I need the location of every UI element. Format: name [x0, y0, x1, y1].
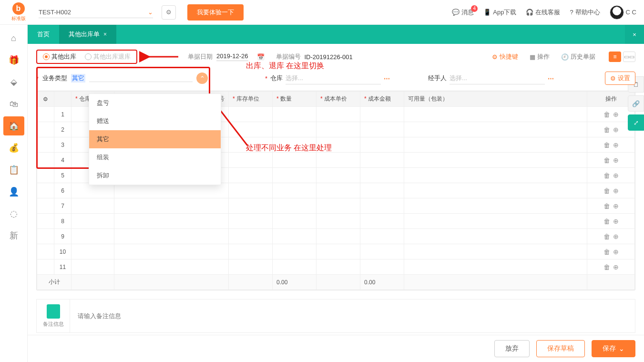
shortcut-label: 快捷键: [500, 52, 518, 61]
nav-clipboard-icon[interactable]: 📋: [3, 160, 24, 179]
table-row[interactable]: 6🗑⊕: [37, 183, 635, 198]
shortcut-link[interactable]: ⚙ 快捷键: [492, 52, 518, 61]
table-row[interactable]: 9🗑⊕: [37, 229, 635, 244]
delete-icon[interactable]: 🗑: [603, 111, 610, 118]
add-row-icon[interactable]: ⊕: [613, 126, 619, 134]
app-download-link[interactable]: 📱 App下载: [483, 8, 516, 17]
more-icon[interactable]: ⋯: [548, 75, 554, 82]
row-index: 4: [54, 153, 72, 168]
footer-bar: 放弃 保存草稿 保存 ⌄: [28, 335, 644, 362]
nav-warehouse-icon[interactable]: 🏠: [3, 116, 24, 135]
warehouse-input[interactable]: 选择...: [286, 72, 381, 84]
logo-icon: b 标准版: [8, 2, 29, 22]
warehouse-field[interactable]: * 仓库 选择... ⋯: [265, 72, 390, 84]
save-draft-button[interactable]: 保存草稿: [536, 340, 585, 357]
radio-checked-icon: [43, 53, 50, 60]
add-row-icon[interactable]: ⊕: [613, 217, 619, 225]
add-row-icon[interactable]: ⊕: [613, 248, 619, 256]
rail-expand-icon[interactable]: ⤢: [628, 114, 644, 131]
row-index: 1: [54, 107, 72, 122]
delete-icon[interactable]: 🗑: [603, 126, 610, 134]
gear-icon: ⚙: [43, 96, 48, 103]
nav-home-icon[interactable]: ⌂: [3, 29, 24, 48]
delete-icon[interactable]: 🗑: [603, 217, 610, 225]
add-row-icon[interactable]: ⊕: [613, 111, 619, 118]
delete-icon[interactable]: 🗑: [603, 263, 610, 271]
dropdown-item[interactable]: 赠送: [89, 112, 221, 130]
tab-other-outbound[interactable]: 其他出库单 ×: [59, 25, 116, 44]
view-card-button[interactable]: ▭▭: [623, 52, 635, 62]
nav-bag-icon[interactable]: 🛍: [3, 94, 24, 114]
save-button[interactable]: 保存 ⌄: [592, 340, 635, 357]
history-link[interactable]: 🕘 历史单据: [561, 52, 595, 61]
chevron-up-icon[interactable]: ⌃: [196, 72, 208, 84]
message-icon: 💬: [452, 9, 460, 16]
radio-outbound[interactable]: 其他出库: [43, 52, 76, 61]
biz-type-field[interactable]: * 业务类型 其它 ⌃ 盘亏赠送其它组装拆卸: [36, 72, 208, 84]
dropdown-item[interactable]: 盘亏: [89, 94, 221, 112]
branch-value: TEST-H002: [39, 9, 71, 16]
nav-contact-icon[interactable]: 👤: [3, 182, 24, 201]
add-row-icon[interactable]: ⊕: [613, 156, 619, 164]
dropdown-item[interactable]: 拆卸: [89, 166, 221, 185]
doc-date-value[interactable]: 2019-12-26: [216, 52, 248, 61]
help-link[interactable]: ? 帮助中心: [570, 8, 600, 17]
nav-tag-icon[interactable]: ⬙: [3, 72, 24, 92]
add-row-icon[interactable]: ⊕: [613, 202, 619, 210]
add-row-icon[interactable]: ⊕: [613, 172, 619, 179]
settings-button[interactable]: ⚙ 设置: [605, 72, 635, 85]
try-button[interactable]: 我要体验一下: [187, 4, 244, 21]
table-row[interactable]: 11🗑⊕: [37, 259, 635, 275]
close-icon[interactable]: ×: [103, 31, 107, 38]
add-row-icon[interactable]: ⊕: [613, 263, 619, 271]
add-row-icon[interactable]: ⊕: [613, 141, 619, 149]
tab-home[interactable]: 首页: [28, 25, 59, 44]
dropdown-item[interactable]: 其它: [89, 130, 221, 148]
dropdown-item[interactable]: 组装: [89, 148, 221, 166]
remarks-input[interactable]: [70, 300, 635, 332]
customer-service-label: 在线客服: [535, 8, 560, 17]
view-list-button[interactable]: ≡: [609, 52, 621, 62]
branch-select[interactable]: TEST-H002 ⌄: [39, 7, 153, 18]
delete-icon[interactable]: 🗑: [603, 248, 610, 256]
chevron-down-icon: ⌄: [619, 345, 624, 352]
handler-input[interactable]: 选择...: [450, 72, 545, 84]
handler-field[interactable]: 经手人 选择... ⋯: [428, 72, 554, 84]
delete-icon[interactable]: 🗑: [603, 156, 610, 164]
delete-icon[interactable]: 🗑: [603, 233, 610, 240]
delete-icon[interactable]: 🗑: [603, 187, 610, 195]
nav-new-icon[interactable]: 新: [3, 226, 24, 245]
radio-return[interactable]: 其他出库退库: [85, 52, 131, 61]
table-row[interactable]: 7🗑⊕: [37, 198, 635, 214]
row-index: 2: [54, 122, 72, 137]
calendar-icon[interactable]: 📅: [257, 53, 265, 61]
customer-service-link[interactable]: 🎧 在线客服: [526, 8, 560, 17]
messages-link[interactable]: 💬 消息 4: [452, 8, 474, 17]
table-row[interactable]: 8🗑⊕: [37, 214, 635, 229]
more-icon[interactable]: ⋯: [384, 75, 390, 82]
delete-icon[interactable]: 🗑: [603, 172, 610, 179]
add-row-icon[interactable]: ⊕: [613, 233, 619, 240]
operations-link[interactable]: ▦ 操作: [530, 52, 550, 61]
delete-icon[interactable]: 🗑: [603, 202, 610, 210]
biz-type-dropdown: 盘亏赠送其它组装拆卸: [89, 93, 221, 185]
settings-gear-button[interactable]: ⚙: [162, 5, 176, 20]
annotation-mid: 处理不同业务 在这里处理: [246, 143, 332, 153]
add-row-icon[interactable]: ⊕: [613, 187, 619, 195]
table-row[interactable]: 10🗑⊕: [37, 244, 635, 259]
operations-label: 操作: [537, 52, 550, 61]
radio-outbound-label: 其他出库: [51, 52, 76, 61]
user-menu[interactable]: C C: [610, 5, 636, 20]
delete-icon[interactable]: 🗑: [603, 141, 610, 149]
shortcut-icon: ⚙: [492, 53, 498, 61]
nav-money-icon[interactable]: 💰: [3, 138, 24, 157]
rail-link-icon[interactable]: 🔗: [628, 95, 644, 112]
content: 其他出库 其他出库退库 单据日期 2019-12-26 📅 单据编号 ID-20…: [28, 44, 644, 362]
discard-button[interactable]: 放弃: [494, 340, 530, 357]
tabs-close-all[interactable]: ×: [625, 25, 644, 44]
nav-gift-icon[interactable]: 🎁: [3, 51, 24, 70]
subtotal-label: 小计: [37, 275, 72, 290]
nav-sync-icon[interactable]: ◌: [3, 204, 24, 223]
col-settings[interactable]: ⚙: [37, 92, 54, 107]
col-stock-unit: 库存单位: [229, 92, 273, 107]
